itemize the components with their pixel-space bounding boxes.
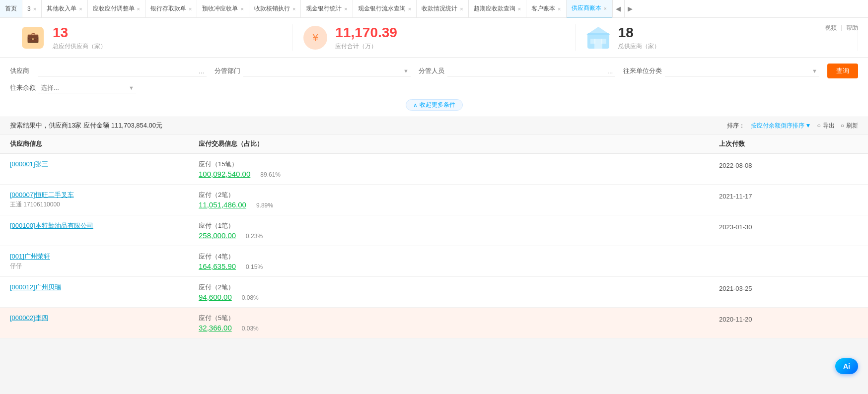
result-bar: 搜索结果中，供应商13家 应付金额 111,703,854.00元 排序： 按应… [0,117,868,134]
cell-lastpay: 2021-03-25 [719,283,858,292]
payable-suppliers-label: 总应付供应商（家） [53,42,106,51]
table-body: [000001]张三 应付（15笔） 100,092,540.00 89.61%… [0,154,868,338]
nav-tab-3[interactable]: 3 × [22,0,42,18]
sort-label: 排序： [727,122,745,130]
nav-tab-collection[interactable]: 收款核销执行 × [249,0,301,18]
tx-amount[interactable]: 94,600.00 [199,293,232,301]
balance-input[interactable] [38,82,136,93]
nav-tab-overdue[interactable]: 超期应收款查询 × [469,0,526,18]
nav-tab-receipt-stat[interactable]: 收款情况统计 × [417,0,468,18]
store-icon [585,25,611,51]
balance-dropdown-icon[interactable]: ▼ [129,85,134,91]
close-icon[interactable]: × [558,6,561,12]
nav-tab-bank[interactable]: 银行存取款单 × [145,0,197,18]
top-nav: 首页 3 × 其他收入单 × 应收应付调整单 × 银行存取款单 × 预收冲应收单… [0,0,868,18]
person-dots-icon[interactable]: ... [607,67,613,75]
svg-marker-5 [586,27,610,35]
refresh-link[interactable]: ○ 刷新 [841,122,858,130]
tx-amount[interactable]: 32,366.00 [199,324,232,332]
balance-input-wrap: ▼ [38,82,136,93]
nav-prev-arrow[interactable]: ◀ [612,0,624,18]
supplier-filter-label: 供应商 [10,66,35,75]
tx-amount[interactable]: 100,092,540.00 [199,170,250,178]
supplier-dots-icon[interactable]: ... [199,67,205,75]
table-row[interactable]: [000002]李四 应付（5笔） 32,366.00 0.03% 2020-1… [0,308,868,338]
export-link[interactable]: ○ 导出 [817,122,835,130]
nav-tab-bank-label: 银行存取款单 [150,4,186,13]
svg-rect-8 [601,39,606,44]
tx-percent: 9.89% [256,202,273,209]
person-input-wrap: ... [447,66,615,76]
top-right-links: 视频 | 帮助 [825,24,858,32]
close-icon[interactable]: × [408,6,411,12]
data-table: 供应商信息 应付交易信息（占比） 上次付数 [000001]张三 应付（15笔）… [0,134,868,338]
total-suppliers-label: 总供应商（家） [618,42,660,51]
nav-tab-cash-stat[interactable]: 现金银行统计 × [301,0,353,18]
close-icon[interactable]: × [33,6,36,12]
tx-amount[interactable]: 11,051,486.00 [199,200,246,209]
close-icon[interactable]: × [604,5,607,11]
close-icon[interactable]: × [79,6,82,12]
collapse-button[interactable]: ∧ 收起更多条件 [406,99,463,111]
payable-suppliers-value: 13 [53,24,106,41]
filter-row-2: 往来余额 ▼ [10,82,858,93]
video-link[interactable]: 视频 [825,24,837,32]
close-icon[interactable]: × [518,6,521,12]
table-row[interactable]: [000007]恒旺二手叉车 王通 17106110000 应付（2笔） 11,… [0,185,868,215]
supplier-link[interactable]: [000002]李四 [10,314,199,323]
tx-label: 应付（4笔） [199,252,719,261]
nav-tab-receipt-stat-label: 收款情况统计 [422,4,457,13]
supplier-link[interactable]: [000100]本特勤油品有限公司 [10,221,199,230]
close-icon[interactable]: × [292,6,295,12]
category-dropdown-icon[interactable]: ▼ [812,68,817,74]
dept-dropdown-icon[interactable]: ▼ [403,68,409,74]
tx-row: 32,366.00 0.03% [199,324,719,332]
dept-input[interactable] [243,66,411,76]
supplier-link[interactable]: [000007]恒旺二手叉车 [10,191,199,199]
nav-tab-customer-book[interactable]: 客户账本 × [526,0,566,18]
table-row[interactable]: [001]广州荣轩 仔仔 应付（4笔） 164,635.90 0.15% [0,246,868,277]
cell-transaction: 应付（4笔） 164,635.90 0.15% [199,252,719,270]
cell-supplier: [000100]本特勤油品有限公司 [10,221,199,230]
cell-transaction: 应付（5笔） 32,366.00 0.03% [199,314,719,332]
sort-select[interactable]: 按应付余额倒序排序 ▼ [751,122,811,130]
total-amount-label: 应付合计（万） [335,42,397,51]
close-icon[interactable]: × [240,6,243,12]
table-row[interactable]: [000012]广州贝瑞 应付（2笔） 94,600.00 0.08% 2021… [0,277,868,308]
close-icon[interactable]: × [344,6,347,12]
cell-supplier: [000012]广州贝瑞 [10,283,199,292]
category-filter-label: 往来单位分类 [623,66,662,75]
nav-tab-home[interactable]: 首页 [0,0,22,18]
nav-tab-prepay[interactable]: 预收冲应收单 × [197,0,249,18]
close-icon[interactable]: × [137,6,140,12]
nav-tab-customer-book-label: 客户账本 [531,4,555,13]
filter-category: 往来单位分类 ▼ [623,66,820,76]
close-icon[interactable]: × [189,6,192,12]
query-button[interactable]: 查询 [827,64,858,78]
sort-value-label: 按应付余额倒序排序 [751,122,804,130]
tx-amount[interactable]: 258,000.00 [199,231,236,240]
close-icon[interactable]: × [460,6,463,12]
supplier-contact: 王通 17106110000 [10,200,199,209]
nav-tab-supplier-book[interactable]: 供应商账本 × [567,0,612,18]
money-icon: ¥ [302,25,328,51]
nav-tab-home-label: 首页 [5,4,17,13]
category-input[interactable] [665,66,820,76]
supplier-input[interactable] [38,66,207,76]
table-row[interactable]: [000100]本特勤油品有限公司 应付（1笔） 258,000.00 0.23… [0,215,868,246]
nav-tab-collection-label: 收款核销执行 [254,4,290,13]
table-row[interactable]: [000001]张三 应付（15笔） 100,092,540.00 89.61%… [0,154,868,185]
nav-next-arrow[interactable]: ▶ [624,0,636,18]
nav-tab-cash-flow[interactable]: 现金银行流水查询 × [353,0,417,18]
nav-tab-adjust[interactable]: 应收应付调整单 × [88,0,145,18]
supplier-link[interactable]: [000012]广州贝瑞 [10,283,199,292]
cell-lastpay [719,252,858,254]
tx-amount[interactable]: 164,635.90 [199,262,236,270]
supplier-link[interactable]: [000001]张三 [10,160,199,169]
nav-tab-supplier-book-label: 供应商账本 [572,4,601,12]
nav-tab-other-income[interactable]: 其他收入单 × [42,0,87,18]
collapse-label: 收起更多条件 [420,101,455,109]
person-input[interactable] [447,66,615,76]
supplier-link[interactable]: [001]广州荣轩 [10,252,199,261]
help-link[interactable]: 帮助 [846,24,858,32]
